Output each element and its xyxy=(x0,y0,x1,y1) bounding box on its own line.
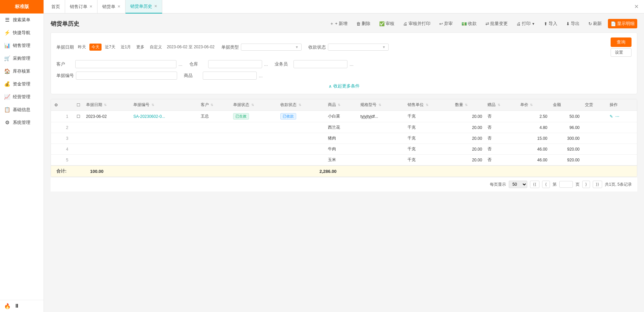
date-group: 昨天 今天 近7天 近1月 更多 自定义 2023-06-02 至 2023-0… xyxy=(76,44,215,51)
delete-button[interactable]: 🗑 删除 xyxy=(354,19,373,28)
col-collect-status[interactable]: 收款状态 ⇅ xyxy=(278,99,325,111)
prev-page-button[interactable]: ⟨ xyxy=(542,181,550,188)
pause-icon[interactable]: ⏸ xyxy=(14,303,20,309)
col-customer[interactable]: 客户 ⇅ xyxy=(198,99,231,111)
sort-date-icon: ⇅ xyxy=(104,103,107,107)
row-checkbox[interactable] xyxy=(73,155,83,165)
sidebar-item-system-mgmt[interactable]: ⚙ 系统管理 xyxy=(0,116,44,129)
row-customer: 王总 xyxy=(198,111,231,122)
page-number-input[interactable]: 1 xyxy=(559,181,573,188)
next-page-button[interactable]: ⟩ xyxy=(582,181,590,188)
col-price[interactable]: 单价 ⇅ xyxy=(517,99,550,111)
row-price: 15.00 xyxy=(517,133,550,144)
date-btn-custom[interactable]: 自定义 xyxy=(148,44,164,51)
export-button[interactable]: ⬇ 导出 xyxy=(563,19,582,28)
audit-icon: ✅ xyxy=(379,21,385,26)
col-goods[interactable]: 商品 ⇅ xyxy=(325,99,358,111)
first-page-button[interactable]: ⟨⟨ xyxy=(530,181,539,188)
sidebar-item-operation-mgmt[interactable]: 📈 经营管理 xyxy=(0,90,44,103)
sidebar-item-search-menu[interactable]: ☰ 搜索菜单 xyxy=(0,14,44,26)
customer-dots-button[interactable]: ... xyxy=(178,61,183,67)
data-table-wrap: ⚙ ☐ 单据日期 ⇅ 单据编号 ⇅ 客户 ⇅ 单据状态 ⇅ 收款状态 ⇅ 商品 … xyxy=(51,99,637,177)
collect-button[interactable]: 💵 收款 xyxy=(459,19,479,28)
batch-change-button[interactable]: ⇄ 批量变更 xyxy=(483,19,510,28)
row-docno[interactable] xyxy=(131,133,198,144)
refresh-button[interactable]: ↻ 刷新 xyxy=(586,19,605,28)
print-button[interactable]: 🖨 打印 ▼ xyxy=(514,19,538,28)
tab-sales-order[interactable]: 销售订单 ✕ xyxy=(65,0,97,14)
table-row: 5 玉米 千克 20.00 否 46.00 920.00 xyxy=(51,155,637,165)
col-spec[interactable]: 规格型号 ⇅ xyxy=(358,99,405,111)
tab-close-sales-order[interactable]: ✕ xyxy=(89,4,92,9)
sidebar-item-sales-mgmt[interactable]: 📊 销售管理 xyxy=(0,39,44,52)
edit-action-link[interactable]: ✎ xyxy=(610,114,613,119)
show-detail-button[interactable]: 📄 显示明细 xyxy=(608,19,637,28)
tab-home[interactable]: 首页 xyxy=(47,0,65,14)
row-num: 4 xyxy=(61,144,73,155)
import-button[interactable]: ⬆ 导入 xyxy=(541,19,560,28)
table-row: 4 牛肉 千克 20.00 否 46.00 920.00 xyxy=(51,144,637,155)
goods-dots-button[interactable]: ... xyxy=(259,73,263,78)
collect-status-label: 收款状态 xyxy=(308,44,326,50)
row-checkbox[interactable]: ☐ xyxy=(73,111,83,122)
row-docno[interactable] xyxy=(131,155,198,165)
tab-sales-history[interactable]: 销货单历史 ✕ xyxy=(125,0,162,14)
sidebar-item-inventory[interactable]: 🏠 库存核算 xyxy=(0,65,44,78)
warehouse-input[interactable] xyxy=(208,60,262,68)
more-action-link[interactable]: ⋯ xyxy=(615,114,619,119)
collapse-button[interactable]: ∧ 收起更多条件 xyxy=(56,83,632,89)
tab-close-sales-goods[interactable]: ✕ xyxy=(117,4,120,9)
row-gift: 否 xyxy=(485,133,517,144)
warehouse-label: 仓库 xyxy=(189,61,206,67)
doc-no-input[interactable] xyxy=(76,72,177,80)
row-checkbox[interactable] xyxy=(73,122,83,133)
customer-input[interactable] xyxy=(75,60,176,68)
collect-status-select[interactable]: ▼ xyxy=(328,44,389,51)
close-all-tabs-button[interactable]: ✕ xyxy=(632,3,641,10)
col-checkbox[interactable]: ☐ xyxy=(73,99,83,111)
audit-print-button[interactable]: 🖨 审核并打印 xyxy=(400,19,433,28)
sidebar-item-finance-mgmt[interactable]: 💰 资金管理 xyxy=(0,78,44,90)
col-gift[interactable]: 赠品 ⇅ xyxy=(485,99,517,111)
row-unit: 千克 xyxy=(405,144,452,155)
row-docno[interactable] xyxy=(131,122,198,133)
col-qty[interactable]: 数量 ⇅ xyxy=(452,99,485,111)
date-btn-today[interactable]: 今天 xyxy=(89,44,102,51)
row-spec xyxy=(358,122,405,133)
tab-close-sales-history[interactable]: ✕ xyxy=(154,4,157,8)
sidebar-item-purchase-mgmt[interactable]: 🛒 采购管理 xyxy=(0,52,44,65)
page-size-select[interactable]: 50 100 xyxy=(509,181,527,188)
sidebar-item-basic-info[interactable]: 📋 基础信息 xyxy=(0,103,44,116)
query-button[interactable]: 查询 xyxy=(611,37,632,47)
last-page-button[interactable]: ⟩⟩ xyxy=(593,181,602,188)
row-docno[interactable] xyxy=(131,144,198,155)
col-settings[interactable]: ⚙ xyxy=(51,99,61,111)
date-btn-more[interactable]: 更多 xyxy=(134,44,146,51)
fire-icon[interactable]: 🔥 xyxy=(4,303,11,309)
salesperson-input[interactable] xyxy=(293,60,347,68)
col-date[interactable]: 单据日期 ⇅ xyxy=(83,99,131,111)
col-doc-status[interactable]: 单据状态 ⇅ xyxy=(230,99,278,111)
audit-button[interactable]: ✅ 审核 xyxy=(376,19,397,28)
col-unit[interactable]: 销售单位 ⇅ xyxy=(405,99,452,111)
date-btn-7days[interactable]: 近7天 xyxy=(103,44,117,51)
new-button[interactable]: ＋ + 新增 xyxy=(327,19,350,28)
warehouse-dots-button[interactable]: ... xyxy=(264,61,268,67)
goods-input[interactable] xyxy=(203,72,257,80)
row-docno[interactable]: SA-20230602-0... xyxy=(131,111,198,122)
col-docno[interactable]: 单据编号 ⇅ xyxy=(131,99,198,111)
salesperson-dots-button[interactable]: ... xyxy=(349,61,354,67)
date-btn-1month[interactable]: 近1月 xyxy=(119,44,133,51)
abandon-button[interactable]: ↩ 弃审 xyxy=(437,19,455,28)
date-btn-yesterday[interactable]: 昨天 xyxy=(76,44,88,51)
row-gift: 否 xyxy=(485,111,517,122)
row-checkbox[interactable] xyxy=(73,133,83,144)
doc-type-select[interactable]: ▼ xyxy=(241,44,302,51)
tab-sales-goods[interactable]: 销货单 ✕ xyxy=(97,0,125,14)
settings-button[interactable]: 设置 xyxy=(611,48,632,57)
collapse-icon: ∧ xyxy=(329,84,332,89)
row-amount: 96.00 xyxy=(550,122,583,133)
row-checkbox[interactable] xyxy=(73,144,83,155)
detail-icon: 📄 xyxy=(611,21,616,26)
sidebar-item-quick-nav[interactable]: ⚡ 快捷导航 xyxy=(0,26,44,39)
